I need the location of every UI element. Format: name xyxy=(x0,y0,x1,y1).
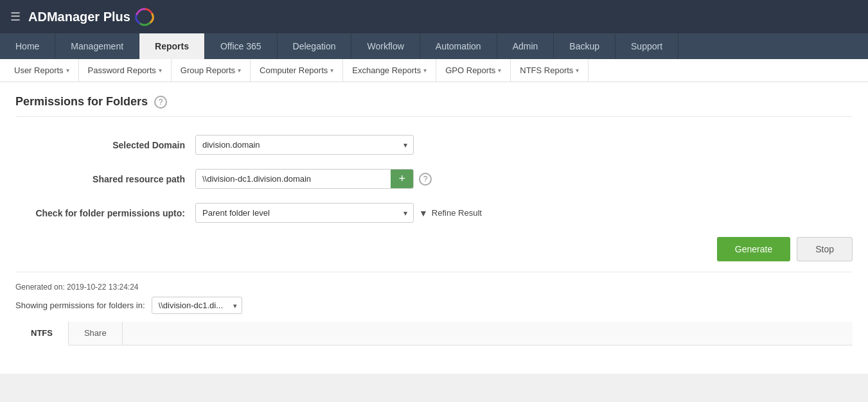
refine-result-label: Refine Result xyxy=(432,208,482,218)
generated-on-value: 2019-10-22 13:24:24 xyxy=(67,283,138,292)
generate-button[interactable]: Generate xyxy=(717,237,790,261)
path-control-wrap: + ? xyxy=(195,169,432,189)
subnav-user-reports[interactable]: User Reports ▾ xyxy=(5,59,79,82)
subnav-gpo-reports[interactable]: GPO Reports ▾ xyxy=(436,59,511,82)
subnav-ntfs-reports[interactable]: NTFS Reports ▾ xyxy=(511,59,589,82)
subnav-exchange-reports[interactable]: Exchange Reports ▾ xyxy=(343,59,436,82)
tab-backup[interactable]: Backup xyxy=(554,33,616,59)
help-icon[interactable]: ? xyxy=(154,96,167,109)
tab-office365[interactable]: Office 365 xyxy=(205,33,278,59)
folder-permissions-control-wrap: Parent folder level 1 level 2 levels 3 l… xyxy=(195,203,482,223)
main-content: Permissions for Folders ? Selected Domai… xyxy=(0,82,868,374)
filter-icon: ▼ xyxy=(419,208,428,218)
domain-select[interactable]: division.domain xyxy=(195,135,414,155)
sub-nav: User Reports ▾ Password Reports ▾ Group … xyxy=(0,59,868,82)
chevron-down-icon: ▾ xyxy=(238,67,241,74)
tab-admin[interactable]: Admin xyxy=(497,33,554,59)
buttons-row: Generate Stop xyxy=(15,237,853,272)
path-input-group: + xyxy=(195,169,414,189)
hamburger-icon[interactable]: ☰ xyxy=(10,10,21,24)
domain-control-wrap: division.domain ▾ xyxy=(195,135,414,155)
chevron-down-icon: ▾ xyxy=(330,67,333,74)
path-label: Shared resource path xyxy=(15,174,195,184)
path-help-icon[interactable]: ? xyxy=(419,173,432,186)
subnav-password-reports[interactable]: Password Reports ▾ xyxy=(79,59,172,82)
path-add-button[interactable]: + xyxy=(391,170,413,188)
main-nav: Home Management Reports Office 365 Deleg… xyxy=(0,33,868,59)
app-title: ADManager Plus xyxy=(28,10,130,24)
domain-row: Selected Domain division.domain ▾ xyxy=(15,135,853,155)
tab-support[interactable]: Support xyxy=(616,33,678,59)
path-input[interactable] xyxy=(196,170,391,188)
stop-button[interactable]: Stop xyxy=(797,237,853,261)
folder-permissions-label: Check for folder permissions upto: xyxy=(15,208,195,218)
top-bar: ☰ ADManager Plus xyxy=(0,0,868,33)
page-title-row: Permissions for Folders ? xyxy=(15,95,853,117)
result-tabs: NTFS Share xyxy=(15,322,853,345)
subnav-group-reports[interactable]: Group Reports ▾ xyxy=(172,59,251,82)
showing-row: Showing permissions for folders in: \\di… xyxy=(15,297,853,314)
tab-share[interactable]: Share xyxy=(69,322,123,345)
generated-info: Generated on: 2019-10-22 13:24:24 xyxy=(15,283,853,292)
subnav-computer-reports[interactable]: Computer Reports ▾ xyxy=(251,59,343,82)
path-row: Shared resource path + ? xyxy=(15,169,853,189)
domain-select-wrap: division.domain ▾ xyxy=(195,135,414,155)
domain-label: Selected Domain xyxy=(15,140,195,150)
showing-path-select-wrap: \\division-dc1.di... ▾ xyxy=(152,297,242,314)
logo-icon xyxy=(134,6,155,27)
logo: ADManager Plus xyxy=(28,6,155,27)
folder-permissions-select-wrap: Parent folder level 1 level 2 levels 3 l… xyxy=(195,203,414,223)
tab-delegation[interactable]: Delegation xyxy=(278,33,352,59)
chevron-down-icon: ▾ xyxy=(159,67,162,74)
tab-home[interactable]: Home xyxy=(0,33,55,59)
chevron-down-icon: ▾ xyxy=(576,67,579,74)
folder-permissions-select[interactable]: Parent folder level 1 level 2 levels 3 l… xyxy=(195,203,414,223)
table-area xyxy=(15,345,853,361)
page-title: Permissions for Folders xyxy=(15,95,148,109)
refine-result-button[interactable]: ▼ Refine Result xyxy=(419,208,482,218)
chevron-down-icon: ▾ xyxy=(423,67,427,74)
showing-label: Showing permissions for folders in: xyxy=(15,301,145,310)
chevron-down-icon: ▾ xyxy=(498,67,501,74)
tab-workflow[interactable]: Workflow xyxy=(351,33,420,59)
tab-reports[interactable]: Reports xyxy=(139,33,205,59)
showing-path-select[interactable]: \\division-dc1.di... xyxy=(152,297,242,314)
tab-automation[interactable]: Automation xyxy=(420,33,497,59)
tab-management[interactable]: Management xyxy=(55,33,139,59)
folder-permissions-row: Check for folder permissions upto: Paren… xyxy=(15,203,853,223)
generated-on-label: Generated on: xyxy=(15,283,65,292)
chevron-down-icon: ▾ xyxy=(66,67,69,74)
tab-ntfs[interactable]: NTFS xyxy=(15,322,69,345)
